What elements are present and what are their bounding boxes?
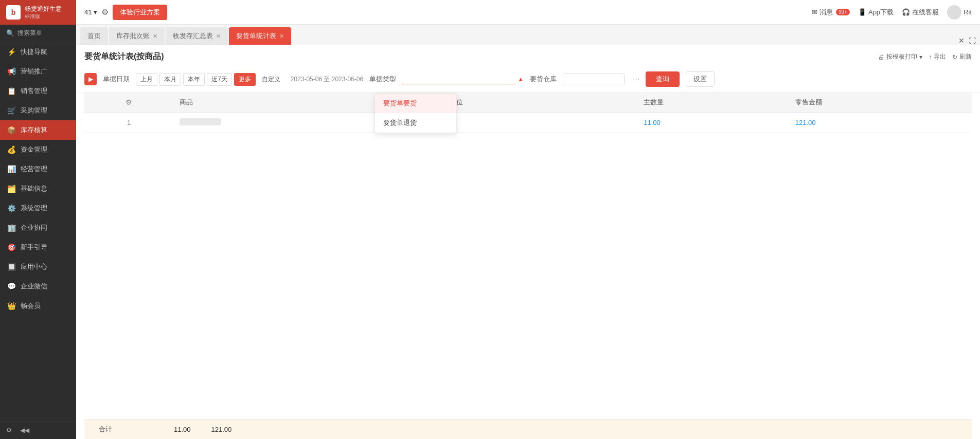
member-icon: 👑 (6, 302, 16, 310)
dropdown-item-return[interactable]: 要货单退货 (375, 113, 456, 133)
content-area: 要货单统计表(按商品) 🖨 按模板打印 ▾ ↑ 导出 ↻ 刷新 ▶ (76, 45, 980, 439)
tabs-bar: 首页 库存批次账 ✕ 收发存汇总表 ✕ 要货单统计表 ✕ ✕ ⛶ (76, 25, 980, 45)
sidebar: b 畅捷通好生意 标准版 🔍 搜索菜单 ⚡ 快捷导航 📢 营销推广 📋 销售管理… (0, 0, 76, 439)
col-settings[interactable]: ⚙ (84, 93, 173, 113)
sidebar-item-guide[interactable]: 🎯 新手引导 (0, 237, 76, 257)
tab-home[interactable]: 首页 (80, 27, 108, 45)
quick-nav-icon: ⚡ (6, 48, 16, 56)
service-icon: 🎧 (902, 8, 910, 16)
col-quantity: 主数量 (637, 93, 789, 113)
sidebar-item-enterprise[interactable]: 🏢 企业协同 (0, 218, 76, 237)
tab-minimize-icon[interactable]: ✕ (958, 36, 965, 45)
date-btn-more[interactable]: 更多 (234, 73, 256, 86)
table-wrap: ⚙ 商品 主计量单位 主数量 零售金额 1 块 11.00 (76, 93, 980, 419)
online-service-btn[interactable]: 🎧 在线客服 (902, 8, 939, 17)
sidebar-menu: ⚡ 快捷导航 📢 营销推广 📋 销售管理 🛒 采购管理 📦 库存核算 💰 资金管… (0, 42, 76, 421)
tab-close-inventory-batch[interactable]: ✕ (153, 33, 157, 40)
type-label: 单据类型 (369, 75, 396, 84)
sidebar-item-purchase[interactable]: 🛒 采购管理 (0, 101, 76, 120)
sidebar-item-quick-nav[interactable]: ⚡ 快捷导航 (0, 42, 76, 62)
system-icon: ⚙️ (6, 204, 16, 212)
filter-settings-btn[interactable]: 设置 (686, 71, 715, 87)
topbar: 41 ▾ ⚙ 体验行业方案 ✉ 消息 99+ 📱 App下载 🎧 在线客服 R (76, 0, 980, 25)
refresh-btn[interactable]: ↻ 刷新 (952, 52, 972, 61)
page-header: 要货单统计表(按商品) 🖨 按模板打印 ▾ ↑ 导出 ↻ 刷新 (76, 45, 980, 66)
marketing-icon: 📢 (6, 67, 16, 76)
appstore-icon: 🔲 (6, 263, 16, 271)
page-title: 要货单统计表(按商品) (84, 51, 164, 62)
logo-text: 畅捷通好生意 标准版 (25, 5, 62, 20)
settings-icon[interactable]: ⚙ (6, 427, 12, 434)
query-btn[interactable]: 查询 (646, 71, 680, 87)
row-quantity[interactable]: 11.00 (637, 113, 789, 133)
date-btn-this-year[interactable]: 本年 (183, 73, 205, 86)
topbar-settings-icon[interactable]: ⚙ (101, 7, 109, 17)
more-filters-btn[interactable]: ··· (633, 75, 639, 84)
sidebar-item-member[interactable]: 👑 畅会员 (0, 296, 76, 316)
date-btn-this-month[interactable]: 本月 (159, 73, 181, 86)
operation-icon: 📊 (6, 165, 16, 173)
row-no: 1 (84, 113, 173, 133)
table-row: 1 块 11.00 121.00 (84, 113, 972, 133)
tab-inventory-batch[interactable]: 库存批次账 ✕ (109, 27, 165, 45)
date-btn-7days[interactable]: 近7天 (207, 73, 232, 86)
print-btn[interactable]: 🖨 按模板打印 ▾ (878, 52, 922, 61)
tab-maximize-icon[interactable]: ⛶ (969, 36, 976, 45)
export-btn[interactable]: ↑ 导出 (929, 52, 946, 61)
tab-order-summary[interactable]: 要货单统计表 ✕ (229, 27, 291, 45)
sidebar-logo: b 畅捷通好生意 标准版 (0, 0, 76, 25)
sidebar-item-operation[interactable]: 📊 经营管理 (0, 159, 76, 179)
sidebar-bottom: ⚙ ◀◀ (0, 421, 76, 439)
col-amount: 零售金额 (789, 93, 972, 113)
dropdown-item-purchase[interactable]: 要货单要货 (375, 94, 456, 113)
sidebar-item-sales[interactable]: 📋 销售管理 (0, 81, 76, 101)
collapse-icon[interactable]: ◀◀ (20, 427, 29, 434)
filter-expand-btn[interactable]: ▶ (84, 73, 97, 85)
tab-close-order-summary[interactable]: ✕ (279, 33, 284, 40)
store-selector[interactable]: 41 ▾ (84, 8, 97, 16)
basic-icon: 🗂️ (6, 185, 16, 193)
print-dropdown-icon: ▾ (919, 53, 922, 61)
tab-close-receivable-summary[interactable]: ✕ (216, 33, 221, 40)
finance-icon: 💰 (6, 145, 16, 154)
messages-btn[interactable]: ✉ 消息 99+ (812, 8, 850, 17)
type-input-wrap: ▲ (402, 74, 524, 84)
print-icon: 🖨 (878, 53, 884, 61)
date-btn-last-month[interactable]: 上月 (136, 73, 157, 86)
inventory-icon: 📦 (6, 126, 16, 134)
sidebar-item-wechat[interactable]: 💬 企业微信 (0, 277, 76, 296)
export-icon: ↑ (929, 53, 932, 61)
topbar-right: ✉ 消息 99+ 📱 App下载 🎧 在线客服 Rit (812, 5, 972, 20)
page-actions: 🖨 按模板打印 ▾ ↑ 导出 ↻ 刷新 (878, 52, 972, 61)
sidebar-item-marketing[interactable]: 📢 营销推广 (0, 62, 76, 81)
warehouse-input[interactable] (563, 74, 625, 85)
avatar (947, 5, 961, 20)
type-dropdown-icon[interactable]: ▲ (518, 76, 524, 83)
enterprise-icon: 🏢 (6, 224, 16, 232)
data-table: ⚙ 商品 主计量单位 主数量 零售金额 1 块 11.00 (84, 93, 972, 133)
logo-icon: b (6, 5, 21, 20)
sidebar-item-basic[interactable]: 🗂️ 基础信息 (0, 179, 76, 198)
row-amount[interactable]: 121.00 (789, 113, 972, 133)
sidebar-item-system[interactable]: ⚙️ 系统管理 (0, 198, 76, 218)
trial-btn[interactable]: 体验行业方案 (113, 5, 167, 20)
store-dropdown-icon: ▾ (94, 8, 97, 16)
warehouse-label: 要货仓库 (530, 75, 557, 84)
sidebar-item-inventory[interactable]: 📦 库存核算 (0, 120, 76, 140)
topbar-left: 41 ▾ ⚙ 体验行业方案 (84, 5, 806, 20)
date-custom-btn[interactable]: 自定义 (258, 74, 284, 85)
sidebar-item-finance[interactable]: 💰 资金管理 (0, 140, 76, 159)
footer-amount: 121.00 (211, 426, 232, 433)
phone-icon: 📱 (858, 8, 866, 16)
user-avatar-area[interactable]: Rit (947, 5, 972, 20)
purchase-icon: 🛒 (6, 106, 16, 115)
wechat-icon: 💬 (6, 282, 16, 290)
main-area: 41 ▾ ⚙ 体验行业方案 ✉ 消息 99+ 📱 App下载 🎧 在线客服 R (76, 0, 980, 439)
guide-icon: 🎯 (6, 243, 16, 251)
type-input[interactable] (402, 74, 515, 84)
tab-receivable-summary[interactable]: 收发存汇总表 ✕ (166, 27, 228, 45)
footer-quantity: 11.00 (174, 426, 191, 433)
app-download-btn[interactable]: 📱 App下载 (858, 8, 894, 17)
sidebar-search[interactable]: 🔍 搜索菜单 (0, 25, 76, 42)
sidebar-item-appstore[interactable]: 🔲 应用中心 (0, 257, 76, 277)
